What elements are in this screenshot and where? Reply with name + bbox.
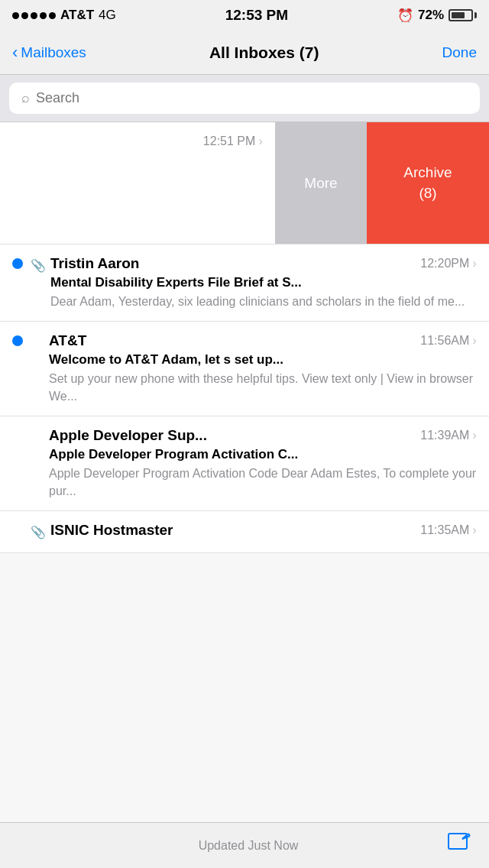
signal-dot-5: [49, 12, 56, 19]
email-preview-2: Set up your new phone with these helpful…: [49, 371, 477, 405]
unread-dot-2: [12, 335, 23, 346]
back-label: Mailboxes: [21, 44, 86, 61]
email-subject-1: Mental Disability Experts File Brief at …: [50, 275, 477, 290]
network-label: 4G: [99, 8, 116, 23]
email-content-3: Apple Developer Sup... 11:39AM › Apple D…: [49, 427, 477, 500]
search-bar-container: ⌕: [0, 75, 489, 122]
footer-status: Updated Just Now: [49, 839, 448, 853]
email-row-4[interactable]: 📎 ISNIC Hostmaster 11:35AM ›: [0, 511, 489, 553]
signal-dots: [12, 12, 56, 19]
email-subject-3: Apple Developer Program Activation C...: [49, 447, 477, 462]
row-chevron-icon-2: ›: [472, 333, 477, 348]
email-content-2: AT&T 11:56AM › Welcome to AT&T Adam, let…: [49, 332, 477, 405]
status-time: 12:53 PM: [225, 7, 288, 24]
email-subject-2: Welcome to AT&T Adam, let s set up...: [49, 352, 477, 368]
search-icon: ⌕: [21, 90, 30, 106]
svg-rect-0: [449, 834, 467, 849]
attachment-icon: 📎: [31, 258, 46, 273]
email-content-1: Tristin Aaron 12:20PM › Mental Disabilit…: [50, 255, 477, 310]
back-chevron-icon: ‹: [12, 43, 18, 63]
status-right: ⏰ 72%: [397, 8, 477, 24]
nav-bar: ‹ Mailboxes All Inboxes (7) Done: [0, 31, 489, 75]
no-unread-dot-4: [12, 522, 23, 533]
row-chevron-icon-4: ›: [472, 523, 477, 538]
search-bar[interactable]: ⌕: [9, 83, 480, 114]
no-attachment-spacer-3: [31, 427, 41, 438]
archive-button[interactable]: Archive (8): [367, 122, 489, 244]
email-content-4: ISNIC Hostmaster 11:35AM ›: [50, 522, 477, 542]
email-row-top-2: AT&T 11:56AM ›: [49, 332, 477, 349]
email-time-3: 11:39AM ›: [420, 428, 477, 443]
row-chevron-icon-3: ›: [472, 428, 477, 443]
signal-dot-3: [31, 12, 37, 19]
no-attachment-spacer-2: [31, 332, 41, 343]
compose-button[interactable]: [448, 833, 471, 859]
email-sender-2: AT&T: [49, 332, 420, 349]
search-input[interactable]: [36, 90, 468, 106]
battery-percent: 72%: [418, 8, 444, 23]
email-preview-3: Apple Developer Program Activation Code …: [49, 465, 477, 500]
email-time-4: 11:35AM ›: [420, 523, 477, 538]
email-row[interactable]: 📎 Tristin Aaron 12:20PM › Mental Disabil…: [0, 245, 489, 322]
email-sender: Banned Blackjac...: [0, 133, 203, 150]
swiped-action-buttons: More Archive (8): [275, 122, 489, 244]
email-sender-3: Apple Developer Sup...: [49, 427, 420, 444]
footer: Updated Just Now: [0, 822, 489, 868]
no-unread-dot-3: [12, 427, 23, 438]
swiped-email-row[interactable]: Banned Blackjac... 12:51 PM › a call thi…: [0, 122, 275, 244]
email-list: 📎 Tristin Aaron 12:20PM › Mental Disabil…: [0, 245, 489, 553]
signal-dot-2: [21, 12, 28, 19]
row-chevron-icon: ›: [258, 134, 263, 149]
email-row-3[interactable]: Apple Developer Sup... 11:39AM › Apple D…: [0, 416, 489, 511]
unread-dot: [12, 258, 23, 269]
more-button[interactable]: More: [275, 122, 367, 244]
nav-title: All Inboxes (7): [209, 44, 319, 62]
email-time-2: 11:56AM ›: [420, 333, 477, 348]
battery-icon: [449, 9, 477, 21]
status-left: AT&T 4G: [12, 8, 116, 23]
signal-dot-1: [12, 12, 19, 19]
email-sender-1: Tristin Aaron: [50, 255, 420, 272]
email-time: 12:51 PM ›: [203, 134, 263, 149]
email-row-2[interactable]: AT&T 11:56AM › Welcome to AT&T Adam, let…: [0, 322, 489, 416]
signal-dot-4: [40, 12, 47, 19]
row-chevron-icon-1: ›: [472, 256, 477, 271]
attachment-icon-4: 📎: [31, 525, 46, 539]
swiped-email-row-wrapper: Banned Blackjac... 12:51 PM › a call thi…: [0, 122, 489, 245]
done-button[interactable]: Done: [442, 44, 477, 61]
carrier-label: AT&T: [60, 8, 94, 23]
swiped-content: Banned Blackjac... 12:51 PM › a call thi…: [0, 122, 275, 244]
email-row-top-1: Tristin Aaron 12:20PM ›: [50, 255, 477, 272]
email-sender-4: ISNIC Hostmaster: [50, 522, 420, 539]
email-preview: a call this week if ea is that he is go.…: [0, 153, 263, 187]
email-row-top: Banned Blackjac... 12:51 PM ›: [0, 133, 263, 150]
email-row-top-4: ISNIC Hostmaster 11:35AM ›: [50, 522, 477, 539]
email-row-top-3: Apple Developer Sup... 11:39AM ›: [49, 427, 477, 444]
email-time-1: 12:20PM ›: [420, 256, 477, 271]
back-button[interactable]: ‹ Mailboxes: [12, 43, 86, 63]
email-preview-1: Dear Adam, Yesterday, six leading clinic…: [50, 293, 477, 310]
alarm-icon: ⏰: [397, 8, 413, 24]
email-row-content: Banned Blackjac... 12:51 PM › a call thi…: [0, 133, 263, 187]
status-bar: AT&T 4G 12:53 PM ⏰ 72%: [0, 0, 489, 31]
